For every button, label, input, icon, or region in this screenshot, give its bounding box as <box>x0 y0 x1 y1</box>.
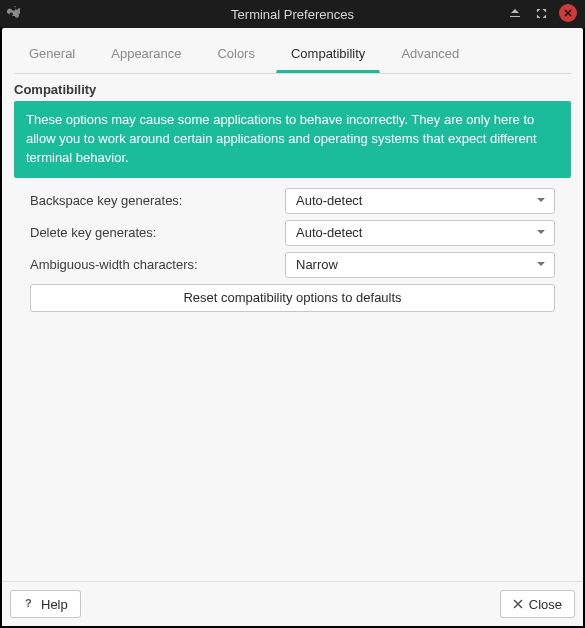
tab-advanced[interactable]: Advanced <box>386 38 474 73</box>
titlebar: Terminal Preferences <box>0 0 585 28</box>
window: Terminal Preferences General Appearance … <box>0 0 585 628</box>
label-backspace: Backspace key generates: <box>30 193 285 208</box>
window-roll-up-button[interactable] <box>507 5 523 21</box>
row-backspace: Backspace key generates: Auto-detect <box>30 188 555 214</box>
row-delete: Delete key generates: Auto-detect <box>30 220 555 246</box>
reset-button-label: Reset compatibility options to defaults <box>183 290 401 305</box>
select-value: Narrow <box>296 257 338 272</box>
chevron-down-icon <box>536 225 546 240</box>
select-value: Auto-detect <box>296 225 363 240</box>
warning-banner: These options may cause some application… <box>14 101 571 178</box>
close-icon <box>513 597 523 612</box>
window-close-button[interactable] <box>559 4 577 22</box>
row-ambiguous: Ambiguous-width characters: Narrow <box>30 252 555 278</box>
app-icon <box>6 5 20 22</box>
footer: ? Help Close <box>2 581 583 626</box>
client-area: General Appearance Colors Compatibility … <box>2 28 583 626</box>
help-button[interactable]: ? Help <box>10 590 81 618</box>
window-maximize-button[interactable] <box>533 5 549 21</box>
select-backspace[interactable]: Auto-detect <box>285 188 555 214</box>
tab-label: General <box>29 46 75 61</box>
label-delete: Delete key generates: <box>30 225 285 240</box>
select-ambiguous[interactable]: Narrow <box>285 252 555 278</box>
tab-appearance[interactable]: Appearance <box>96 38 196 73</box>
tab-bar: General Appearance Colors Compatibility … <box>14 38 571 74</box>
reset-button[interactable]: Reset compatibility options to defaults <box>30 284 555 312</box>
tab-label: Appearance <box>111 46 181 61</box>
section-title: Compatibility <box>14 80 571 101</box>
window-title: Terminal Preferences <box>231 7 354 22</box>
close-button-label: Close <box>529 597 562 612</box>
form-area: Backspace key generates: Auto-detect Del… <box>14 188 571 573</box>
tab-label: Colors <box>217 46 255 61</box>
tab-label: Advanced <box>401 46 459 61</box>
tab-colors[interactable]: Colors <box>202 38 270 73</box>
tab-general[interactable]: General <box>14 38 90 73</box>
content: General Appearance Colors Compatibility … <box>2 28 583 581</box>
titlebar-controls <box>507 4 577 22</box>
close-button[interactable]: Close <box>500 590 575 618</box>
svg-text:?: ? <box>25 597 32 609</box>
select-value: Auto-detect <box>296 193 363 208</box>
chevron-down-icon <box>536 193 546 208</box>
tab-label: Compatibility <box>291 46 365 61</box>
label-ambiguous: Ambiguous-width characters: <box>30 257 285 272</box>
help-icon: ? <box>23 597 35 612</box>
help-button-label: Help <box>41 597 68 612</box>
chevron-down-icon <box>536 257 546 272</box>
select-delete[interactable]: Auto-detect <box>285 220 555 246</box>
tab-compatibility[interactable]: Compatibility <box>276 38 380 73</box>
